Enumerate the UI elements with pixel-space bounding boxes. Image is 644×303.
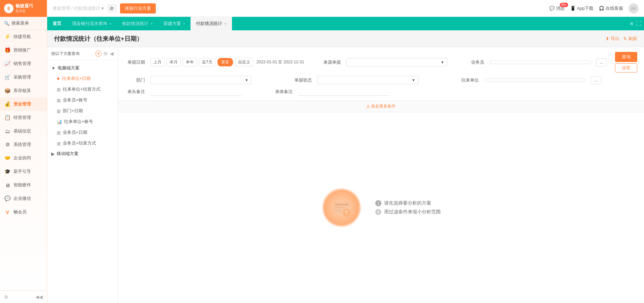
export-button[interactable]: ⬆ 导出 — [606, 36, 619, 42]
scheme-item-s7-label: 业务员+结算方式 — [63, 140, 96, 146]
scheme-item-s1[interactable]: ● 往来单位+日期 — [47, 73, 118, 84]
sidebar-item-jichu[interactable]: 🗂 基础信息 — [0, 124, 47, 138]
tab-cashflow-label: 现金银行流水查询 — [72, 21, 107, 27]
collapse-bar[interactable]: ⋀ 收起更多条件 — [118, 101, 644, 112]
app-icon: 📱 — [570, 6, 576, 11]
salesperson-ellipsis[interactable]: ... — [596, 58, 607, 66]
nav-list: ⚡ 快捷导航 🎁 营销推广 📈 销售管理 🛒 采购管理 📦 库存核算 💰 资金管… — [0, 30, 47, 291]
tab-expand-icon[interactable]: ⛶ — [636, 21, 641, 27]
sidebar-item-jingying[interactable]: 📋 经营管理 — [0, 111, 47, 124]
sidebar-item-xitong[interactable]: ⚙ 系统管理 — [0, 138, 47, 151]
sidebar-footer: ⚙ ◀◀ — [0, 291, 47, 303]
sidebar-item-zhinen[interactable]: 🖥 智能硬件 — [0, 178, 47, 192]
scheme-collapse-icon[interactable]: ◀ — [110, 51, 114, 56]
breadcrumb-text: 资金管理 / 付款情况统计 — [53, 5, 100, 11]
message-btn[interactable]: 💬 消息 99+ — [549, 5, 565, 11]
scheme-item-s4[interactable]: ▦ 部门+日期 — [47, 105, 118, 116]
sidebar-item-xinshou[interactable]: 🎓 新手引导 — [0, 165, 47, 178]
nav-label-zhinen: 智能硬件 — [13, 182, 31, 188]
tab-close-all-icon[interactable]: ✕ — [630, 21, 634, 27]
main-area: 资金管理 / 付款情况统计 ▾ ⚙ 体验行业方案 💬 消息 99+ 📱 App下… — [47, 0, 644, 303]
sidebar-item-changhui[interactable]: V 畅会员 — [0, 205, 47, 219]
header-note-input[interactable] — [150, 88, 241, 96]
tab-receipts-label: 收款情况统计 — [122, 21, 148, 27]
scheme-item-s5[interactable]: 📊 往来单位+账号 — [47, 116, 118, 127]
sidebar-item-caigou[interactable]: 🛒 采购管理 — [0, 70, 47, 84]
scheme-group-pc-arrow-icon: ▼ — [51, 66, 56, 71]
filter-row-notes: 表头备注 表体备注 — [125, 88, 637, 96]
scheme-add-icon[interactable]: + — [95, 51, 101, 57]
date-btn-last-month[interactable]: 上月 — [150, 58, 165, 66]
scheme-group-mobile-header[interactable]: ▶ 移动端方案 — [47, 149, 118, 159]
sidebar-item-yingxiao[interactable]: 🎁 营销推广 — [0, 43, 47, 57]
scheme-item-s7[interactable]: ▦ 业务员+结算方式 — [47, 138, 118, 149]
sidebar-item-kucun[interactable]: 📦 库存核算 — [0, 84, 47, 97]
tab-cashflow-close-icon[interactable]: × — [109, 22, 111, 26]
salesperson-select[interactable] — [490, 61, 591, 64]
date-btn-custom[interactable]: 自定义 — [235, 58, 253, 66]
tab-receipts-close-icon[interactable]: × — [150, 22, 152, 26]
scheme-item-s3[interactable]: ▦ 业务员+账号 — [47, 95, 118, 105]
nav-label-caigou: 采购管理 — [13, 74, 31, 80]
refresh-icon: ↻ — [623, 36, 627, 41]
tab-cashflow[interactable]: 现金银行流水查询 × — [67, 17, 117, 30]
app-label: App下载 — [577, 5, 593, 11]
nav-icon-zijin: 💰 — [4, 101, 11, 108]
breadcrumb[interactable]: 资金管理 / 付款情况统计 ▾ — [53, 5, 104, 11]
query-button[interactable]: 查询 — [615, 52, 637, 62]
user-avatar[interactable]: Rit — [628, 3, 639, 13]
scheme-settings-icon[interactable]: ⚙ — [104, 51, 108, 56]
tab-payments[interactable]: 付款情况统计 × — [191, 17, 232, 30]
empty-illustration: ? — [321, 187, 362, 228]
refresh-button[interactable]: ↻ 刷新 — [623, 36, 637, 42]
scheme-item-s5-label: 往来单位+账号 — [64, 119, 93, 125]
scheme-item-s6[interactable]: ▦ 业务员+日期 — [47, 127, 118, 138]
message-icon: 💬 — [549, 6, 555, 11]
filter-section: 单据日期 上月 本月 本年 近7天 更多 自定义 2022-01-01 至 20… — [118, 47, 644, 101]
voucher-status-select[interactable]: ▾ — [317, 76, 418, 84]
scheme-item-s2[interactable]: ▦ 往来单位+结算方式 — [47, 84, 118, 95]
partner-ellipsis[interactable]: ... — [591, 76, 602, 84]
scheme-item-s6-icon: ▦ — [57, 130, 61, 135]
filter-row-date: 单据日期 上月 本月 本年 近7天 更多 自定义 2022-01-01 至 20… — [125, 52, 637, 72]
date-btn-7days[interactable]: 近7天 — [199, 58, 215, 66]
sidebar-item-zijin[interactable]: 💰 资金管理 — [0, 97, 47, 111]
scheme-group-pc-header[interactable]: ▼ 电脑端方案 — [47, 63, 118, 73]
tab-payments-close-icon[interactable]: × — [224, 22, 226, 26]
tab-newplan[interactable]: 新建方案 × — [158, 17, 191, 30]
sidebar-item-qiye[interactable]: 🤝 企业协同 — [0, 151, 47, 165]
date-label: 单据日期 — [125, 59, 145, 65]
scheme-item-s3-label: 业务员+账号 — [63, 97, 87, 103]
dept-select[interactable]: ▾ — [150, 76, 252, 84]
search-icon: 🔍 — [4, 21, 9, 26]
source-select[interactable]: ▾ — [346, 58, 447, 66]
partner-select[interactable] — [484, 79, 585, 82]
body-note-input[interactable] — [298, 88, 389, 96]
scheme-group-mobile-arrow-icon: ▶ — [51, 151, 55, 156]
tab-receipts[interactable]: 收款情况统计 × — [117, 17, 158, 30]
export-label: 导出 — [611, 36, 619, 42]
tip-num-1: 1 — [375, 200, 381, 206]
scheme-item-s2-icon: ▦ — [57, 87, 61, 92]
filter-settings-button[interactable]: 设置 — [615, 63, 637, 72]
sidebar-item-xiaoshou[interactable]: 📈 销售管理 — [0, 57, 47, 70]
search-menu[interactable]: 🔍 搜索菜单 — [0, 17, 47, 30]
tab-home[interactable]: 首页 — [47, 17, 67, 30]
scheme-item-s5-icon: 📊 — [57, 119, 62, 124]
trial-button[interactable]: 体验行业方案 — [120, 3, 156, 13]
header-settings-btn[interactable]: ⚙ — [107, 4, 117, 13]
app-download-btn[interactable]: 📱 App下载 — [570, 5, 593, 11]
date-btn-this-month[interactable]: 本月 — [167, 58, 181, 66]
sidebar-item-kuaijie[interactable]: ⚡ 快捷导航 — [0, 30, 47, 43]
footer-settings-btn[interactable]: ⚙ — [4, 294, 8, 300]
date-btn-this-year[interactable]: 本年 — [183, 58, 197, 66]
nav-icon-xitong: ⚙ — [4, 141, 11, 148]
empty-tip-2-text: 用过滤条件来缩小分析范围 — [384, 209, 441, 215]
scheme-item-s1-icon: ● — [57, 75, 60, 82]
service-btn[interactable]: 🎧 在线客服 — [599, 5, 623, 11]
tab-newplan-close-icon[interactable]: × — [183, 22, 185, 26]
sidebar-item-qiyeweixin[interactable]: 💬 企业微信 — [0, 192, 47, 205]
empty-state: ? 1 请先选择要分析的方案 2 用过滤条件来缩小分析范围 — [118, 112, 644, 303]
date-btn-more[interactable]: 更多 — [217, 58, 233, 66]
footer-collapse-btn[interactable]: ◀◀ — [35, 294, 43, 300]
